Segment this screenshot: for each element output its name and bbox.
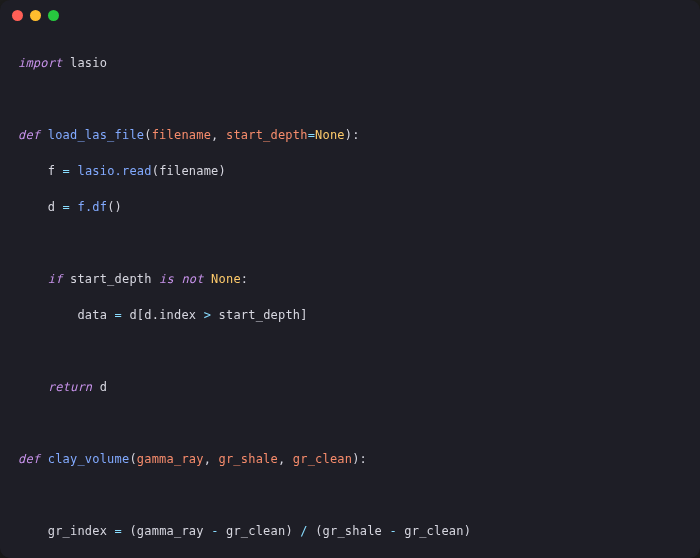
- maximize-icon[interactable]: [48, 10, 59, 21]
- var: gr_clean: [226, 524, 285, 538]
- var: gr_clean: [404, 524, 463, 538]
- none-literal: None: [315, 128, 345, 142]
- retval: d: [100, 380, 107, 394]
- call: f.df: [77, 200, 107, 214]
- arg: filename: [159, 164, 218, 178]
- call: lasio.read: [77, 164, 151, 178]
- param: filename: [152, 128, 211, 142]
- var: gr_index: [48, 524, 107, 538]
- module-name: lasio: [70, 56, 107, 70]
- keyword-def: def: [18, 128, 40, 142]
- func-name: load_las_file: [48, 128, 145, 142]
- param: gr_shale: [219, 452, 278, 466]
- var: start_depth: [70, 272, 152, 286]
- expr: d: [129, 308, 136, 322]
- param: gr_clean: [293, 452, 352, 466]
- keyword-if: if: [48, 272, 63, 286]
- close-icon[interactable]: [12, 10, 23, 21]
- func-name: clay_volume: [48, 452, 130, 466]
- keyword-return: return: [48, 380, 93, 394]
- is-not: is not: [159, 272, 204, 286]
- var: d: [48, 200, 55, 214]
- param: start_depth: [226, 128, 308, 142]
- var: f: [48, 164, 55, 178]
- param: gamma_ray: [137, 452, 204, 466]
- titlebar: [0, 0, 700, 30]
- code-block: import lasio def load_las_file(filename,…: [0, 30, 700, 558]
- keyword-import: import: [18, 56, 63, 70]
- var: data: [77, 308, 107, 322]
- code-window: import lasio def load_las_file(filename,…: [0, 0, 700, 558]
- var: gamma_ray: [137, 524, 204, 538]
- minimize-icon[interactable]: [30, 10, 41, 21]
- var: start_depth: [219, 308, 301, 322]
- var: gr_shale: [323, 524, 382, 538]
- attr: d.index: [144, 308, 196, 322]
- keyword-def: def: [18, 452, 40, 466]
- none-literal: None: [211, 272, 241, 286]
